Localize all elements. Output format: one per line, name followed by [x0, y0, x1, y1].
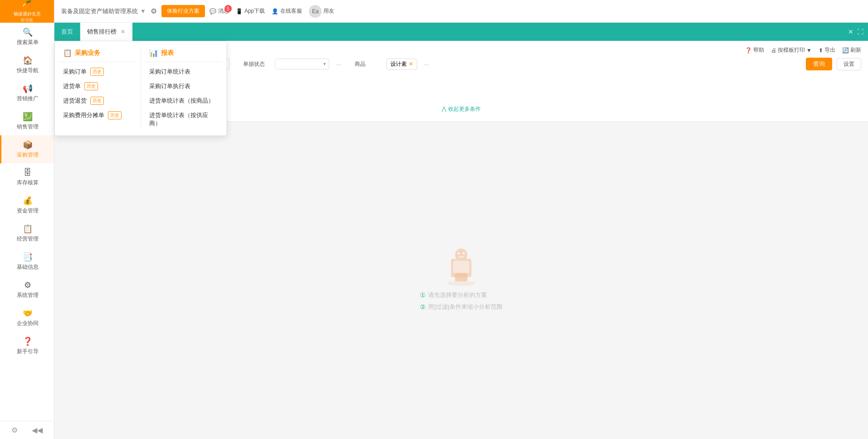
refresh-btn[interactable]: 🔄 刷新	[842, 46, 861, 54]
avatar-text: Ea	[312, 8, 319, 15]
help-label: 帮助	[753, 46, 764, 54]
goods-tag-text: 设计素	[390, 60, 407, 68]
sidebar-label-quick: 快捷导航	[17, 67, 39, 74]
sidebar-label-purchase: 采购管理	[17, 151, 39, 159]
help-btn[interactable]: ❓ 帮助	[745, 46, 764, 54]
filter-actions: 查询 设置	[806, 58, 861, 70]
bill-status-select[interactable]	[275, 59, 329, 69]
bill-status-dots[interactable]: ···	[336, 61, 341, 68]
window-maximize-icon[interactable]: ⛶	[857, 28, 863, 35]
menu-item-purchase-expense[interactable]: 采购费用分摊单 历史	[59, 108, 136, 123]
purchase-expense-label: 采购费用分摊单	[63, 111, 104, 119]
tab-home-label: 首页	[61, 28, 73, 36]
empty-illustration	[441, 247, 482, 287]
goods-return-label: 进货退货	[63, 97, 87, 105]
refresh-label: 刷新	[850, 46, 861, 54]
goods-receipt-history[interactable]: 历史	[84, 82, 98, 90]
settings-footer-btn[interactable]: ⚙	[11, 426, 18, 434]
avatar: Ea	[309, 5, 322, 18]
topbar: 装备及固定资产辅助管理系统 ▼ ⚙ 体验行业方案 💬 5 消息 📱 App下载 …	[54, 0, 868, 23]
sidebar-item-operation[interactable]: 📋 经营管理	[0, 219, 54, 247]
sidebar-item-sales[interactable]: 💹 销售管理	[0, 107, 54, 135]
message-icon: 💬	[210, 8, 216, 15]
system-name-text: 装备及固定资产辅助管理系统	[61, 7, 138, 15]
sidebar: 🍊 畅捷通好生意 标准版 🔍 搜索菜单 🏠 快捷导航 📢 营销推广 💹 销售管理…	[0, 0, 54, 439]
sidebar-label-guide: 新手引导	[17, 348, 39, 355]
goods-tag[interactable]: 设计素 ✕	[386, 59, 417, 70]
message-btn[interactable]: 💬 5 消息	[210, 7, 229, 15]
goods-tag-remove[interactable]: ✕	[409, 61, 413, 67]
purchase-col-icon: 📋	[63, 49, 72, 57]
print-icon: 🖨	[771, 47, 776, 54]
goods-label: 商品	[355, 60, 382, 68]
sidebar-item-inventory[interactable]: 🗄 库存核算	[0, 163, 54, 191]
username-label: 用友	[323, 7, 334, 15]
tab-close-icon[interactable]: ✕	[121, 29, 125, 35]
marketing-icon: 📢	[23, 84, 33, 94]
sidebar-label-system: 系统管理	[17, 291, 39, 299]
menu-item-purchase-order-exec[interactable]: 采购订单执行表	[146, 79, 222, 94]
enterprise-icon: 🤝	[23, 308, 33, 318]
report-col-icon: 📊	[149, 49, 158, 57]
app-name: 畅捷通好生意	[14, 11, 41, 17]
message-badge: 5	[224, 5, 232, 12]
svg-point-0	[447, 281, 476, 286]
query-button[interactable]: 查询	[806, 58, 832, 70]
menu-item-goods-receipt[interactable]: 进货单 历史	[59, 79, 136, 94]
menu-item-goods-return[interactable]: 进货退货 历史	[59, 94, 136, 108]
sidebar-item-enterprise[interactable]: 🤝 企业协同	[0, 304, 54, 332]
sidebar-item-quick[interactable]: 🏠 快捷导航	[0, 51, 54, 79]
export-btn[interactable]: ⬆ 导出	[819, 46, 835, 54]
topbar-settings-icon[interactable]: ⚙	[151, 7, 157, 15]
app-logo: 🍊 畅捷通好生意 标准版	[0, 0, 54, 23]
collapse-text: 收起更多条件	[448, 106, 481, 112]
svg-point-5	[463, 252, 465, 255]
sidebar-item-guide[interactable]: ❓ 新手引导	[0, 332, 54, 360]
goods-return-history[interactable]: 历史	[90, 97, 104, 105]
inventory-icon: 🗄	[24, 168, 32, 178]
menu-item-purchase-order[interactable]: 采购订单 历史	[59, 64, 136, 79]
sidebar-item-finance[interactable]: 💰 资金管理	[0, 191, 54, 219]
app-download-btn[interactable]: 📱 App下载	[236, 7, 265, 15]
empty-state: ① 请先选择要分析的方案 ② 用[过滤]条件来缩小分析范围	[54, 122, 868, 439]
sidebar-item-basic[interactable]: 📑 基础信息	[0, 247, 54, 276]
service-icon: 👤	[272, 8, 278, 15]
menu-item-purchase-order-stat[interactable]: 采购订单统计表	[146, 64, 222, 79]
tabbar: 首页 销售排行榜 ✕ ✕ ⛶	[54, 23, 868, 41]
menu-item-goods-stat-by-product[interactable]: 进货单统计表（按商品）	[146, 94, 222, 108]
purchase-col-title: 采购业务	[75, 49, 100, 57]
sidebar-item-search[interactable]: 🔍 搜索菜单	[0, 23, 54, 51]
app-download-label: App下载	[244, 7, 265, 15]
settings-button[interactable]: 设置	[837, 58, 861, 70]
refresh-icon: 🔄	[842, 47, 849, 54]
system-icon: ⚙	[24, 280, 31, 290]
purchase-order-stat-label: 采购订单统计表	[149, 68, 190, 76]
sidebar-item-purchase[interactable]: 📦 采购管理	[0, 135, 54, 163]
sidebar-label-enterprise: 企业协同	[17, 320, 39, 327]
export-label: 导出	[824, 46, 835, 54]
report-col-title: 报表	[161, 49, 174, 57]
purchase-order-history[interactable]: 历史	[90, 68, 104, 76]
purchase-order-exec-label: 采购订单执行表	[149, 82, 190, 90]
tab-sales-rank[interactable]: 销售排行榜 ✕	[80, 23, 132, 41]
online-service-btn[interactable]: 👤 在线客服	[272, 7, 302, 15]
goods-receipt-label: 进货单	[63, 82, 81, 90]
basic-icon: 📑	[23, 252, 33, 262]
sidebar-item-marketing[interactable]: 📢 营销推广	[0, 79, 54, 107]
collapse-sidebar-btn[interactable]: ◀◀	[32, 426, 43, 434]
goods-dots[interactable]: ···	[424, 61, 429, 68]
operation-icon: 📋	[23, 224, 33, 234]
purchase-expense-history[interactable]: 历史	[108, 111, 122, 119]
svg-rect-6	[455, 273, 468, 281]
system-dropdown-arrow[interactable]: ▼	[140, 8, 146, 15]
print-btn[interactable]: 🖨 按模板打印 ▼	[771, 46, 812, 54]
menu-item-goods-stat-by-supplier[interactable]: 进货单统计表（按供应商）	[146, 108, 222, 131]
sidebar-item-system[interactable]: ⚙ 系统管理	[0, 276, 54, 304]
trial-button[interactable]: 体验行业方案	[161, 5, 205, 17]
export-icon: ⬆	[819, 47, 823, 54]
window-close-icon[interactable]: ✕	[848, 28, 853, 35]
sidebar-label-finance: 资金管理	[17, 207, 39, 215]
user-avatar-area[interactable]: Ea 用友	[309, 5, 334, 18]
finance-icon: 💰	[23, 196, 33, 206]
tab-home[interactable]: 首页	[54, 23, 80, 41]
